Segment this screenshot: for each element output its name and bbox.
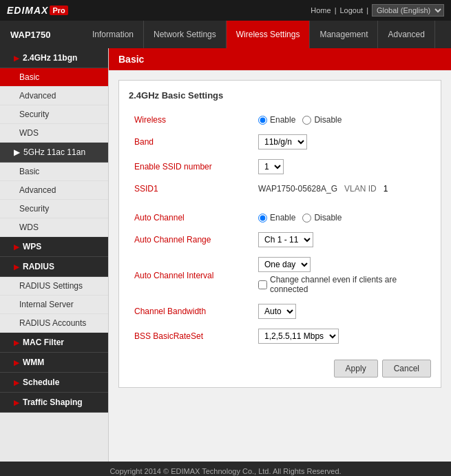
cancel-button[interactable]: Cancel bbox=[382, 360, 431, 377]
page-header: EDIMAX Pro Home | Logout | Global (Engli… bbox=[0, 0, 451, 21]
tab-information[interactable]: Information bbox=[83, 21, 144, 48]
auto-channel-label: Auto Channel bbox=[129, 208, 253, 227]
sidebar-section-schedule[interactable]: ▶ Schedule bbox=[0, 373, 108, 393]
sidebar-section-24ghz[interactable]: ▶ 2.4GHz 11bgn bbox=[0, 48, 108, 68]
sidebar-item-security-24[interactable]: Security bbox=[0, 105, 108, 124]
arrow-icon: ▶ bbox=[14, 54, 19, 62]
auto-channel-enable-radio[interactable] bbox=[258, 214, 267, 223]
channel-bandwidth-select[interactable]: Auto bbox=[258, 304, 296, 319]
enable-ssid-label: Enable SSID number bbox=[129, 154, 253, 179]
sidebar-section-traffic-shaping[interactable]: ▶ Traffic Shaping bbox=[0, 393, 108, 413]
sidebar-section-mac-filter[interactable]: ▶ MAC Filter bbox=[0, 333, 108, 353]
auto-channel-interval-row: Auto Channel Interval One day bbox=[129, 252, 431, 299]
auto-channel-interval-container: One day Change channel even if clients a… bbox=[258, 257, 426, 294]
wireless-enable-radio[interactable] bbox=[258, 116, 267, 125]
arrow-icon-5g: ▶ bbox=[14, 147, 20, 157]
wireless-row: Wireless Enable Disable bbox=[129, 110, 431, 130]
sidebar-item-basic-5[interactable]: Basic bbox=[0, 163, 108, 181]
sidebar-item-wds-24[interactable]: WDS bbox=[0, 124, 108, 143]
auto-channel-disable-radio[interactable] bbox=[302, 214, 311, 223]
sidebar-item-radius-settings[interactable]: RADIUS Settings bbox=[0, 277, 108, 296]
arrow-icon-radius: ▶ bbox=[14, 263, 19, 271]
settings-table: Wireless Enable Disable bbox=[129, 110, 431, 349]
sidebar-item-advanced-24[interactable]: Advanced bbox=[0, 87, 108, 105]
main-layout: ▶ 2.4GHz 11bgn Basic Advanced Security W… bbox=[0, 48, 451, 462]
sidebar-section-24ghz-label: 2.4GHz 11bgn bbox=[23, 53, 77, 63]
change-channel-checkbox[interactable] bbox=[258, 280, 267, 289]
sidebar-section-5ghz-label: 5GHz 11ac 11an bbox=[23, 147, 85, 157]
wireless-enable-label: Enable bbox=[258, 115, 295, 125]
footer-text: Copyright 2014 © EDIMAX Technology Co., … bbox=[109, 467, 341, 475]
button-row: Apply Cancel bbox=[129, 360, 431, 377]
auto-channel-range-row: Auto Channel Range Ch 1 - 11 bbox=[129, 227, 431, 252]
navbar-brand: WAP1750 bbox=[0, 30, 83, 40]
wireless-disable-label: Disable bbox=[302, 115, 342, 125]
arrow-icon-mac: ▶ bbox=[14, 339, 19, 346]
tab-network-settings[interactable]: Network Settings bbox=[144, 21, 227, 48]
tab-management[interactable]: Management bbox=[310, 21, 378, 48]
ssid1-label: SSID1 bbox=[129, 179, 253, 198]
bss-row: BSS BasicRateSet 1,2,5.5,11 Mbps bbox=[129, 324, 431, 349]
sidebar-item-advanced-5[interactable]: Advanced bbox=[0, 181, 108, 200]
auto-channel-row: Auto Channel Enable Disable bbox=[129, 208, 431, 227]
sidebar-item-security-5[interactable]: Security bbox=[0, 200, 108, 218]
ssid1-display: WAP1750-05628A_G VLAN ID 1 bbox=[258, 184, 426, 194]
auto-channel-range-select[interactable]: Ch 1 - 11 bbox=[258, 232, 313, 247]
logo: EDIMAX Pro bbox=[7, 5, 68, 16]
channel-bandwidth-label: Channel Bandwidth bbox=[129, 299, 253, 324]
sidebar-section-5ghz[interactable]: ▶ 5GHz 11ac 11an bbox=[0, 143, 108, 163]
arrow-icon-schedule: ▶ bbox=[14, 379, 19, 386]
enable-ssid-row: Enable SSID number 1 bbox=[129, 154, 431, 179]
sidebar-item-radius-accounts[interactable]: RADIUS Accounts bbox=[0, 314, 108, 333]
apply-button[interactable]: Apply bbox=[334, 360, 378, 377]
content-header: Basic bbox=[109, 48, 451, 70]
auto-channel-interval-select[interactable]: One day bbox=[258, 257, 311, 272]
bss-label: BSS BasicRateSet bbox=[129, 324, 253, 349]
ssid1-value: WAP1750-05628A_G bbox=[258, 184, 337, 194]
sidebar: ▶ 2.4GHz 11bgn Basic Advanced Security W… bbox=[0, 48, 109, 462]
sidebar-wmm-label: WMM bbox=[23, 358, 44, 367]
wireless-label: Wireless bbox=[129, 110, 253, 130]
page-footer: Copyright 2014 © EDIMAX Technology Co., … bbox=[0, 462, 451, 476]
sidebar-wps-label: WPS bbox=[23, 242, 41, 251]
change-channel-label: Change channel even if clients are conne… bbox=[258, 275, 426, 294]
tab-wireless-settings[interactable]: Wireless Settings bbox=[227, 21, 311, 48]
sidebar-schedule-label: Schedule bbox=[23, 377, 59, 387]
logo-pro: Pro bbox=[50, 6, 67, 15]
vlan-value: 1 bbox=[384, 184, 388, 194]
content-area: Basic 2.4GHz Basic Settings Wireless Ena… bbox=[109, 48, 451, 462]
auto-channel-enable-label: Enable bbox=[258, 213, 295, 223]
nav-tabs: Information Network Settings Wireless Se… bbox=[83, 21, 435, 48]
home-link[interactable]: Home bbox=[311, 6, 331, 14]
channel-bandwidth-row: Channel Bandwidth Auto bbox=[129, 299, 431, 324]
sidebar-item-internal-server[interactable]: Internal Server bbox=[0, 296, 108, 314]
band-select[interactable]: 11b/g/n bbox=[258, 134, 307, 149]
auto-channel-interval-label: Auto Channel Interval bbox=[129, 252, 253, 299]
wireless-disable-radio[interactable] bbox=[302, 116, 311, 125]
bss-select[interactable]: 1,2,5.5,11 Mbps bbox=[258, 329, 339, 344]
language-select[interactable]: Global (English) bbox=[372, 4, 444, 17]
sidebar-radius-label: RADIUS bbox=[23, 262, 54, 271]
enable-ssid-select[interactable]: 1 bbox=[258, 159, 284, 174]
logo-edimax: EDIMAX bbox=[7, 5, 48, 16]
tab-advanced[interactable]: Advanced bbox=[378, 21, 434, 48]
band-label: Band bbox=[129, 130, 253, 154]
sidebar-section-wps[interactable]: ▶ WPS bbox=[0, 237, 108, 257]
settings-title: 2.4GHz Basic Settings bbox=[129, 90, 431, 101]
content-body: 2.4GHz Basic Settings Wireless Enable bbox=[109, 70, 451, 397]
logout-link[interactable]: Logout bbox=[339, 6, 363, 14]
settings-panel: 2.4GHz Basic Settings Wireless Enable bbox=[118, 80, 441, 388]
sidebar-section-wmm[interactable]: ▶ WMM bbox=[0, 353, 108, 373]
arrow-icon-wps: ▶ bbox=[14, 243, 19, 251]
sidebar-mac-filter-label: MAC Filter bbox=[23, 338, 64, 347]
sidebar-item-basic-24[interactable]: Basic bbox=[0, 68, 108, 87]
header-right: Home | Logout | Global (English) bbox=[311, 4, 444, 17]
sidebar-item-wds-5[interactable]: WDS bbox=[0, 218, 108, 237]
wireless-radio-group: Enable Disable bbox=[258, 115, 426, 125]
auto-channel-range-label: Auto Channel Range bbox=[129, 227, 253, 252]
navbar: WAP1750 Information Network Settings Wir… bbox=[0, 21, 451, 48]
auto-channel-disable-label: Disable bbox=[302, 213, 342, 223]
ssid1-row: SSID1 WAP1750-05628A_G VLAN ID 1 bbox=[129, 179, 431, 198]
sidebar-traffic-shaping-label: Traffic Shaping bbox=[23, 397, 83, 407]
sidebar-section-radius[interactable]: ▶ RADIUS bbox=[0, 257, 108, 277]
